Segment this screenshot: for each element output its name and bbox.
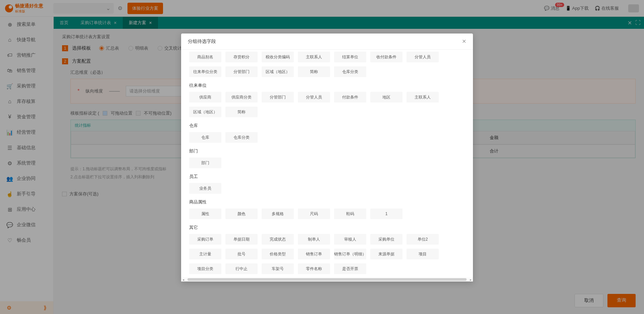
field-chip[interactable]: 仓库分类 <box>225 132 258 143</box>
field-chip[interactable]: 车架号 <box>262 263 294 274</box>
field-chip-row: 采购订单单据日期完成状态制单人审核人采购单位单位2主计量批号价格类型销售订单销售… <box>189 234 465 274</box>
field-chip[interactable]: 项目分类 <box>189 263 221 274</box>
field-chip[interactable]: 销售订单（明细） <box>334 249 366 259</box>
scroll-right-arrow-icon: ▸ <box>470 278 472 281</box>
field-chip-row: 仓库仓库分类 <box>189 132 465 143</box>
field-chip-row: 商品别名存货积分税收分类编码主联系人结算单位收付款条件分管人员往来单位分类分管部… <box>189 52 465 77</box>
field-chip[interactable]: 商品别名 <box>189 52 221 62</box>
close-icon[interactable]: ✕ <box>462 38 466 45</box>
field-chip[interactable]: 区域（地区） <box>262 66 294 77</box>
modal-horizontal-scrollbar[interactable]: ◂ ▸ <box>181 277 473 281</box>
field-group-title: 仓库 <box>189 123 465 129</box>
field-chip[interactable]: 尺码 <box>298 208 330 219</box>
field-chip[interactable]: 分管部门 <box>262 92 294 103</box>
field-chip[interactable]: 供应商 <box>189 92 221 103</box>
field-chip[interactable]: 零件名称 <box>298 263 330 274</box>
modal-title: 分组待选字段 <box>188 39 216 45</box>
modal-body: 商品别名存货积分税收分类编码主联系人结算单位收付款条件分管人员往来单位分类分管部… <box>181 50 473 277</box>
field-chip[interactable]: 来源单据 <box>370 249 402 259</box>
field-group-title: 其它 <box>189 225 465 231</box>
field-chip[interactable]: 单位2 <box>407 234 439 245</box>
field-chip[interactable]: 收付款条件 <box>370 52 402 62</box>
field-select-modal: 分组待选字段 ✕ 商品别名存货积分税收分类编码主联系人结算单位收付款条件分管人员… <box>181 34 473 281</box>
field-chip[interactable]: 业务员 <box>189 183 221 194</box>
field-chip[interactable]: 属性 <box>189 208 221 219</box>
field-group-title: 往来单位 <box>189 82 465 88</box>
field-chip[interactable]: 存货积分 <box>225 52 258 62</box>
field-chip[interactable]: 多规格 <box>262 208 294 219</box>
field-chip[interactable]: 分管部门 <box>225 66 258 77</box>
field-chip-row: 部门 <box>189 158 465 168</box>
field-chip[interactable]: 税收分类编码 <box>262 52 294 62</box>
field-chip[interactable]: 简称 <box>225 107 258 117</box>
field-chip[interactable]: 部门 <box>189 158 221 168</box>
field-chip[interactable]: 采购单位 <box>370 234 402 245</box>
field-chip[interactable]: 主计量 <box>189 249 221 259</box>
field-chip-row: 供应商供应商分类分管部门分管人员付款条件地区主联系人区域（地区）简称 <box>189 92 465 117</box>
field-chip[interactable]: 简称 <box>298 66 330 77</box>
field-chip[interactable]: 供应商分类 <box>225 92 258 103</box>
field-chip[interactable]: 完成状态 <box>262 234 294 245</box>
field-chip[interactable]: 仓库分类 <box>334 66 366 77</box>
field-chip[interactable]: 付款条件 <box>334 92 366 103</box>
field-chip[interactable]: 主联系人 <box>298 52 330 62</box>
field-chip[interactable]: 制单人 <box>298 234 330 245</box>
field-chip[interactable]: 审核人 <box>334 234 366 245</box>
field-chip[interactable]: 结算单位 <box>334 52 366 62</box>
field-chip[interactable]: 单据日期 <box>225 234 258 245</box>
scroll-thumb <box>187 278 467 281</box>
field-chip[interactable]: 地区 <box>370 92 402 103</box>
field-chip[interactable]: 价格类型 <box>262 249 294 259</box>
field-chip[interactable]: 主联系人 <box>407 92 439 103</box>
field-chip[interactable]: 批号 <box>225 249 258 259</box>
field-chip[interactable]: 销售订单 <box>298 249 330 259</box>
field-group-title: 员工 <box>189 174 465 180</box>
field-group-title: 商品属性 <box>189 199 465 205</box>
field-chip[interactable]: 区域（地区） <box>189 107 221 117</box>
field-chip[interactable]: 分管人员 <box>298 92 330 103</box>
field-chip[interactable]: 行中止 <box>225 263 258 274</box>
field-chip-row: 属性颜色多规格尺码鞋码1 <box>189 208 465 219</box>
field-chip[interactable]: 分管人员 <box>407 52 439 62</box>
field-chip[interactable]: 往来单位分类 <box>189 66 221 77</box>
field-chip[interactable]: 颜色 <box>225 208 258 219</box>
field-chip[interactable]: 鞋码 <box>334 208 366 219</box>
field-chip-row: 业务员 <box>189 183 465 194</box>
field-chip[interactable]: 是否开票 <box>334 263 366 274</box>
field-chip[interactable]: 仓库 <box>189 132 221 143</box>
field-chip[interactable]: 1 <box>370 208 402 219</box>
field-group-title: 部门 <box>189 148 465 154</box>
field-chip[interactable]: 项目 <box>407 249 439 259</box>
scroll-left-arrow-icon: ◂ <box>182 278 184 281</box>
field-chip[interactable]: 采购订单 <box>189 234 221 245</box>
